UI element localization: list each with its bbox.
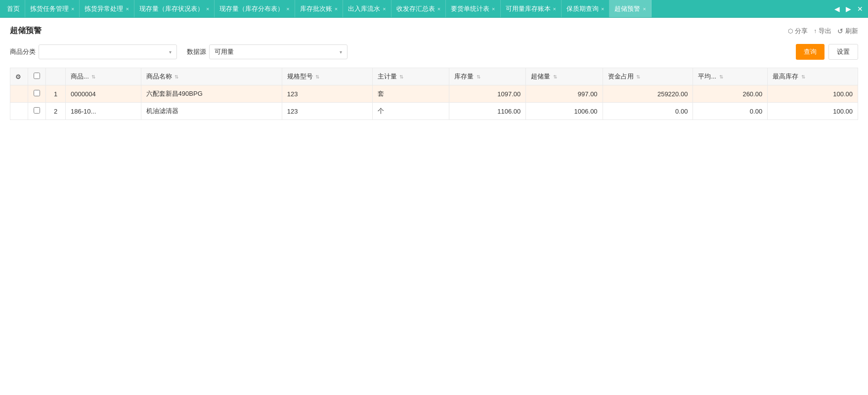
nav-home[interactable]: 首页 — [2, 0, 25, 18]
col-gear-header[interactable]: ⚙ — [10, 68, 28, 85]
filter-actions: 查询 设置 — [796, 44, 858, 60]
row-max-stock: 100.00 — [768, 85, 858, 103]
top-navigation: 首页 拣货任务管理 × 拣货异常处理 × 现存量（库存状况表） × 现存量（库存… — [0, 0, 868, 18]
sort-spec-icon: ⇅ — [315, 74, 319, 79]
col-avg-header[interactable]: 平均... ⇅ — [693, 68, 768, 85]
close-order-stat-tab[interactable]: × — [492, 6, 495, 12]
gear-icon: ⚙ — [15, 73, 21, 80]
row-checkbox-cell[interactable] — [28, 85, 46, 103]
filter-row: 商品分类 ▾ 数据源 可用量 ▾ 查询 设置 — [10, 44, 858, 60]
row-unit: 个 — [372, 103, 449, 120]
select-all-checkbox[interactable] — [34, 73, 40, 79]
datasource-label: 数据源 — [187, 47, 206, 56]
datasource-filter: 数据源 可用量 ▾ — [187, 44, 347, 59]
chevron-down-icon: ▾ — [169, 49, 172, 55]
nav-inout[interactable]: 出入库流水 × — [343, 0, 391, 18]
nav-overstock[interactable]: 超储预警 × — [609, 0, 651, 18]
page-content: 超储预警 ⬡ 分享 ↑ 导出 ↺ 刷新 商品分类 ▾ 数据源 — [0, 18, 868, 395]
sort-overstock-icon: ⇅ — [553, 74, 557, 79]
sort-avg-icon: ⇅ — [719, 74, 723, 79]
row-spec: 123 — [282, 85, 372, 103]
table-row: 1 0000004 六配套新昌490BPG 123 套 1097.00 997.… — [10, 85, 858, 103]
col-product-code-header[interactable]: 商品... ⇅ — [66, 68, 141, 85]
nav-stock-dist[interactable]: 现存量（库存分布表） × — [215, 0, 295, 18]
row-checkbox-0[interactable] — [34, 90, 40, 96]
refresh-icon: ↺ — [837, 27, 843, 35]
sort-stock-icon: ⇅ — [477, 74, 480, 79]
col-overstock-header[interactable]: 超储量 ⇅ — [526, 68, 603, 85]
sort-maxstock-icon: ⇅ — [801, 74, 805, 79]
close-abnormal-tab[interactable]: × — [126, 6, 129, 12]
close-batch-tab[interactable]: × — [335, 6, 338, 12]
datasource-select[interactable]: 可用量 ▾ — [209, 44, 347, 59]
row-product-name: 机油滤清器 — [141, 103, 282, 120]
share-button[interactable]: ⬡ 分享 — [788, 27, 808, 36]
nav-right-arrow[interactable]: ▶ — [843, 0, 854, 18]
datasource-select-value: 可用量 — [215, 47, 234, 56]
col-select-all[interactable] — [28, 68, 46, 85]
nav-left-arrow[interactable]: ◀ — [831, 0, 843, 18]
col-maxstock-header[interactable]: 最高库存 ⇅ — [768, 68, 858, 85]
close-task-tab[interactable]: × — [71, 6, 74, 12]
table-row: 2 186-10... 机油滤清器 123 个 1106.00 1006.00 … — [10, 103, 858, 120]
export-icon: ↑ — [814, 28, 817, 35]
nav-task[interactable]: 拣货任务管理 × — [25, 0, 80, 18]
category-filter: 商品分类 ▾ — [10, 44, 177, 59]
row-avg: 0.00 — [693, 103, 768, 120]
header-actions: ⬡ 分享 ↑ 导出 ↺ 刷新 — [788, 27, 858, 36]
settings-button[interactable]: 设置 — [828, 44, 858, 60]
nav-stock-status[interactable]: 现存量（库存状况表） × — [134, 0, 215, 18]
page-title: 超储预警 — [10, 26, 42, 36]
row-spec: 123 — [282, 103, 372, 120]
query-button[interactable]: 查询 — [796, 44, 825, 60]
row-avg: 260.00 — [693, 85, 768, 103]
row-product-code: 186-10... — [66, 103, 141, 120]
col-product-name-header[interactable]: 商品名称 ⇅ — [141, 68, 282, 85]
sort-product-name-icon: ⇅ — [174, 74, 178, 79]
table-body: 1 0000004 六配套新昌490BPG 123 套 1097.00 997.… — [10, 85, 858, 120]
col-stock-header[interactable]: 库存量 ⇅ — [449, 68, 525, 85]
close-available-tab[interactable]: × — [553, 6, 556, 12]
nav-abnormal[interactable]: 拣货异常处理 × — [80, 0, 134, 18]
page-header: 超储预警 ⬡ 分享 ↑ 导出 ↺ 刷新 — [10, 26, 858, 36]
row-checkbox-cell[interactable] — [28, 103, 46, 120]
row-max-stock: 100.00 — [768, 103, 858, 120]
nav-close-all[interactable]: ✕ — [854, 0, 866, 18]
nav-batch[interactable]: 库存批次账 × — [295, 0, 343, 18]
nav-arrows: ◀ ▶ ✕ — [831, 0, 866, 18]
datasource-chevron-icon: ▾ — [340, 49, 342, 55]
col-unit-header[interactable]: 主计量 ⇅ — [372, 68, 449, 85]
close-collect-tab[interactable]: × — [437, 6, 440, 12]
nav-available[interactable]: 可用量库存账本 × — [501, 0, 562, 18]
table-header-row: ⚙ 商品... ⇅ 商品名称 ⇅ 规格型号 ⇅ — [10, 68, 858, 85]
row-gear-cell — [10, 85, 28, 103]
share-icon: ⬡ — [788, 28, 793, 35]
export-button[interactable]: ↑ 导出 — [814, 27, 831, 36]
category-label: 商品分类 — [10, 47, 36, 56]
row-product-code: 0000004 — [66, 85, 141, 103]
close-stock-status-tab[interactable]: × — [206, 6, 209, 12]
row-overstock: 997.00 — [526, 85, 603, 103]
row-stock: 1097.00 — [449, 85, 525, 103]
col-capital-header[interactable]: 资金占用 ⇅ — [603, 68, 693, 85]
row-index-cell: 2 — [46, 103, 66, 120]
row-index-cell: 1 — [46, 85, 66, 103]
refresh-button[interactable]: ↺ 刷新 — [837, 27, 858, 36]
close-overstock-tab[interactable]: × — [643, 6, 646, 12]
row-capital: 259220.00 — [603, 85, 693, 103]
row-product-name: 六配套新昌490BPG — [141, 85, 282, 103]
close-stock-dist-tab[interactable]: × — [286, 6, 289, 12]
close-expiry-tab[interactable]: × — [601, 6, 604, 12]
category-select[interactable]: ▾ — [39, 44, 177, 59]
data-table: ⚙ 商品... ⇅ 商品名称 ⇅ 规格型号 ⇅ — [10, 68, 858, 120]
close-inout-tab[interactable]: × — [383, 6, 386, 12]
nav-collect[interactable]: 收发存汇总表 × — [391, 0, 446, 18]
row-checkbox-1[interactable] — [34, 107, 40, 114]
col-spec-header[interactable]: 规格型号 ⇅ — [282, 68, 372, 85]
nav-expiry[interactable]: 保质期查询 × — [562, 0, 609, 18]
row-capital: 0.00 — [603, 103, 693, 120]
sort-product-code-icon: ⇅ — [91, 74, 95, 79]
nav-order-stat[interactable]: 要货单统计表 × — [446, 0, 500, 18]
row-stock: 1106.00 — [449, 103, 525, 120]
sort-capital-icon: ⇅ — [636, 74, 640, 79]
